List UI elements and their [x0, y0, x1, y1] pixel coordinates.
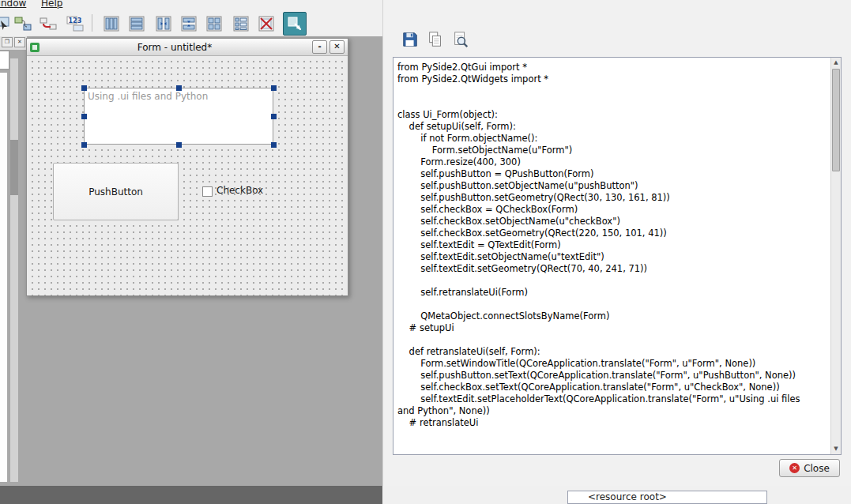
- resource-root-label: <resource root>: [588, 491, 667, 502]
- menu-help[interactable]: Help: [41, 0, 62, 9]
- main-toolbar: 123: [0, 9, 382, 37]
- bottom-dark-panel: [0, 486, 382, 504]
- close-window-button[interactable]: ✕: [329, 40, 345, 54]
- widgetbox-scrollbar[interactable]: [10, 58, 18, 482]
- adjust-size-icon[interactable]: [283, 12, 307, 36]
- scroll-down-icon[interactable]: ▼: [831, 444, 841, 454]
- widgetbox-filter-input[interactable]: [0, 51, 9, 70]
- resize-handle-top-mid[interactable]: [176, 85, 182, 91]
- resize-handle-top-right[interactable]: [271, 85, 277, 91]
- resource-root-item[interactable]: <resource root>: [567, 491, 767, 504]
- textedit-placeholder: Using .ui files and Python: [85, 88, 273, 104]
- dock-float-icon[interactable]: ❐: [2, 37, 13, 47]
- code-scrollbar-thumb[interactable]: [832, 69, 840, 171]
- toolbar-separator: [92, 14, 92, 32]
- resize-handle-bottom-left[interactable]: [81, 142, 87, 148]
- menu-window[interactable]: Window: [0, 0, 26, 9]
- break-layout-icon[interactable]: [254, 12, 278, 36]
- save-icon[interactable]: [399, 28, 421, 51]
- resize-handle-bottom-right[interactable]: [271, 142, 277, 148]
- scroll-up-icon[interactable]: ▲: [831, 58, 841, 68]
- widgetbox-scrollbar-thumb[interactable]: [10, 140, 18, 195]
- form-editor-window: Form - untitled* - ✕ Using .ui files and…: [26, 38, 348, 296]
- edit-buddies-icon[interactable]: [36, 12, 60, 36]
- code-scrollbar[interactable]: ▲ ▼: [830, 58, 841, 454]
- code-view[interactable]: from PySide2.QtGui import * from PySide2…: [393, 57, 842, 455]
- form-window-title: Form - untitled*: [40, 42, 310, 53]
- pushbutton-label: PushButton: [88, 186, 143, 197]
- layout-splitter-vertical-icon[interactable]: [177, 12, 201, 36]
- generated-code: from PySide2.QtGui import * from PySide2…: [393, 58, 841, 432]
- textedit-widget[interactable]: Using .ui files and Python: [84, 88, 273, 145]
- pushbutton-widget[interactable]: PushButton: [53, 163, 179, 220]
- dock-close-icon[interactable]: ✕: [14, 37, 25, 47]
- copy-icon[interactable]: [424, 28, 446, 51]
- resize-handle-bottom-mid[interactable]: [176, 142, 182, 148]
- layout-splitter-horizontal-icon[interactable]: [152, 12, 175, 36]
- edit-signals-slots-icon[interactable]: [11, 12, 35, 36]
- code-preview-dialog: from PySide2.QtGui import * from PySide2…: [382, 0, 851, 486]
- resize-handle-mid-left[interactable]: [81, 114, 87, 119]
- checkbox-widget[interactable]: [202, 186, 213, 197]
- layout-vertical-icon[interactable]: [125, 12, 149, 36]
- svg-text:123: 123: [69, 17, 82, 24]
- resize-handle-mid-right[interactable]: [271, 114, 277, 119]
- dock-titlebar: ❐ ✕: [0, 36, 27, 50]
- resize-handle-top-left[interactable]: [81, 85, 87, 91]
- widgetbox-list[interactable]: [0, 73, 8, 482]
- form-window-icon: [30, 43, 40, 52]
- qt-designer-screen: Window Help 123: [0, 0, 851, 504]
- form-window-titlebar[interactable]: Form - untitled* - ✕: [27, 39, 348, 56]
- close-button-label: Close: [804, 463, 830, 474]
- minimize-button[interactable]: -: [312, 40, 327, 54]
- form-canvas[interactable]: Using .ui files and Python PushButton Ch…: [27, 56, 348, 295]
- layout-form-icon[interactable]: [229, 12, 253, 36]
- close-button-icon: ✕: [789, 463, 800, 473]
- checkbox-label: CheckBox: [217, 185, 263, 196]
- close-button[interactable]: ✕ Close: [779, 459, 840, 477]
- find-icon[interactable]: [450, 28, 472, 51]
- layout-horizontal-icon[interactable]: [100, 12, 123, 36]
- edit-tab-order-icon[interactable]: 123: [63, 12, 87, 36]
- layout-grid-icon[interactable]: [202, 12, 226, 36]
